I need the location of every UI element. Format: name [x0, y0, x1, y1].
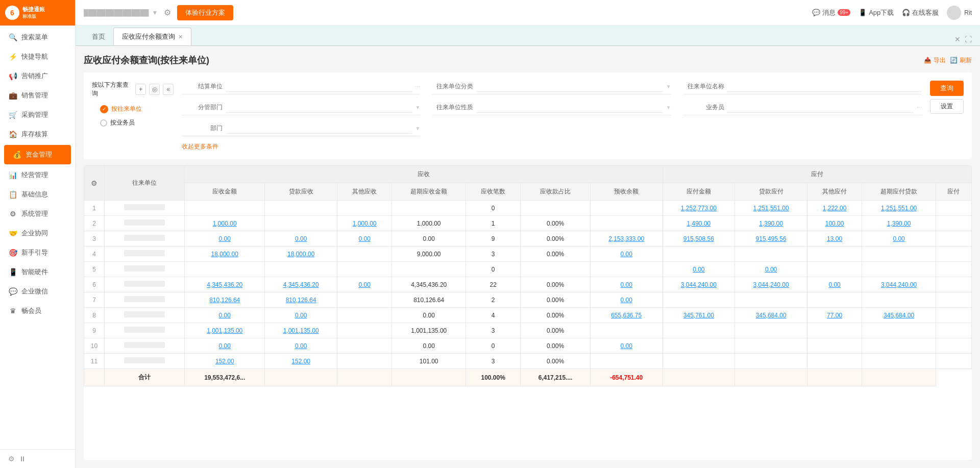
- cell-link[interactable]: 810,126.64: [286, 297, 316, 304]
- table-settings-header[interactable]: ⚙: [84, 166, 105, 201]
- sidebar-item-经营管理[interactable]: 📊经营管理: [0, 165, 75, 185]
- cell-link[interactable]: 1,251,551.00: [753, 205, 789, 212]
- tab-close-window-icon[interactable]: ✕: [954, 35, 961, 43]
- cell-link[interactable]: 1,222.00: [823, 205, 847, 212]
- cell-link[interactable]: 3,044,240.00: [681, 281, 717, 288]
- dropdown-icon[interactable]: ▼: [415, 105, 420, 110]
- dropdown-icon[interactable]: ▼: [666, 105, 671, 110]
- cell-link[interactable]: 4,345,436.20: [207, 281, 242, 288]
- cell-link[interactable]: 4,345,436.20: [283, 281, 319, 288]
- sidebar-item-新手引导[interactable]: 🎯新手引导: [0, 243, 75, 262]
- cell-link[interactable]: 1,490.00: [687, 220, 711, 227]
- cell-link[interactable]: 1,001,135.00: [207, 327, 242, 334]
- cell-link[interactable]: 0.00: [359, 235, 371, 242]
- field-value[interactable]: [727, 102, 914, 113]
- cell-link[interactable]: 1,000.00: [213, 220, 237, 227]
- sidebar-item-资金管理[interactable]: 💰资金管理: [4, 145, 71, 164]
- cell-link[interactable]: 0.00: [693, 266, 704, 273]
- cell-link[interactable]: 3,044,240.00: [753, 281, 789, 288]
- field-value[interactable]: [727, 81, 922, 92]
- export-button[interactable]: 📤 导出: [924, 56, 946, 65]
- cell-link[interactable]: 18,000.00: [287, 251, 314, 258]
- dropdown-icon[interactable]: ▼: [666, 84, 671, 89]
- field-value[interactable]: [226, 102, 412, 113]
- cell-link[interactable]: 0.00: [219, 312, 231, 319]
- collapse-sidebar-icon[interactable]: ⏸: [19, 455, 26, 463]
- cell-link[interactable]: 1,000.00: [353, 220, 377, 227]
- cell-link[interactable]: 0.00: [765, 266, 777, 273]
- settings-icon[interactable]: ⚙: [164, 8, 171, 17]
- sidebar-item-销售管理[interactable]: 💼销售管理: [0, 86, 75, 105]
- scheme-settings-button[interactable]: ◎: [149, 84, 160, 95]
- table-gear-icon[interactable]: ⚙: [91, 179, 97, 187]
- field-value[interactable]: [226, 81, 412, 92]
- cell-link[interactable]: 0.00: [621, 297, 632, 304]
- cell-link[interactable]: 0.00: [359, 281, 371, 288]
- cell-link[interactable]: 0.00: [621, 281, 632, 288]
- cell-link[interactable]: 1,251,551.00: [881, 205, 917, 212]
- cell-link[interactable]: 0.00: [621, 251, 632, 258]
- cell-link[interactable]: 152.00: [215, 358, 234, 365]
- cell-link[interactable]: 1,390.00: [887, 220, 911, 227]
- dots-icon[interactable]: ···: [415, 83, 420, 90]
- cell-link[interactable]: 0.00: [219, 342, 231, 350]
- cell-link[interactable]: 0.00: [893, 235, 904, 242]
- solution-button[interactable]: 体验行业方案: [177, 5, 233, 20]
- field-value[interactable]: [476, 102, 663, 113]
- sidebar-item-快捷导航[interactable]: ⚡快捷导航: [0, 47, 75, 66]
- sidebar-item-企业协同[interactable]: 🤝企业协同: [0, 224, 75, 243]
- dropdown-icon[interactable]: ▼: [415, 126, 420, 131]
- cell-link[interactable]: 0.00: [219, 235, 231, 242]
- cell-link[interactable]: 2,153,333.00: [608, 235, 644, 242]
- cell-link[interactable]: 100.00: [825, 220, 844, 227]
- cell-link[interactable]: 345,684.00: [756, 312, 787, 319]
- query-button[interactable]: 查询: [930, 81, 964, 96]
- cell-link[interactable]: 3,044,240.00: [881, 281, 917, 288]
- sidebar-item-搜索菜单[interactable]: 🔍搜索菜单: [0, 28, 75, 47]
- tab-home[interactable]: 首页: [84, 28, 113, 45]
- cell-link[interactable]: 915,495.56: [756, 235, 787, 242]
- scheme-by-salesperson[interactable]: 按业务员: [100, 117, 174, 129]
- sidebar-item-基础信息[interactable]: 📋基础信息: [0, 185, 75, 204]
- cell-link[interactable]: 152.00: [291, 358, 310, 365]
- cell-link[interactable]: 915,508.56: [683, 235, 714, 242]
- sidebar-item-采购管理[interactable]: 🛒采购管理: [0, 105, 75, 125]
- scheme-collapse-button[interactable]: «: [163, 84, 174, 95]
- collapse-button[interactable]: 收起更多条件: [182, 142, 922, 151]
- tab-maximize-icon[interactable]: ⛶: [965, 35, 972, 43]
- add-scheme-button[interactable]: +: [135, 84, 146, 95]
- field-value[interactable]: [476, 81, 663, 92]
- sidebar-item-系统管理[interactable]: ⚙系统管理: [0, 204, 75, 224]
- tab-close-icon[interactable]: ✕: [178, 34, 183, 40]
- cell-link[interactable]: 77.00: [827, 312, 842, 319]
- sidebar-item-库存核算[interactable]: 🏠库存核算: [0, 125, 75, 144]
- field-value[interactable]: [226, 122, 412, 134]
- cell-link[interactable]: 0.00: [828, 281, 840, 288]
- cell-link[interactable]: 655,636.75: [611, 312, 642, 319]
- dots-icon[interactable]: ···: [917, 104, 922, 111]
- cell-link[interactable]: 345,684.00: [884, 312, 914, 319]
- cell-link[interactable]: 1,252,773.00: [681, 205, 717, 212]
- cell-link[interactable]: 13.00: [827, 235, 842, 242]
- cell-link[interactable]: 0.00: [295, 235, 307, 242]
- cell-link[interactable]: 345,761.00: [683, 312, 714, 319]
- sidebar-item-畅会员[interactable]: ♛畅会员: [0, 301, 75, 321]
- cell-link[interactable]: 0.00: [295, 342, 307, 350]
- tab-balance-query[interactable]: 应收应付余额查询 ✕: [113, 28, 191, 45]
- message-button[interactable]: 💬 消息 99+: [812, 8, 850, 17]
- settings-footer-icon[interactable]: ⚙: [8, 455, 15, 463]
- sidebar-item-营销推广[interactable]: 📢营销推广: [0, 66, 75, 86]
- cell-link[interactable]: 18,000.00: [211, 251, 238, 258]
- cell-link[interactable]: 0.00: [295, 312, 307, 319]
- cell-link[interactable]: 810,126.64: [209, 297, 240, 304]
- cell-link[interactable]: 1,390.00: [759, 220, 783, 227]
- download-button[interactable]: 📱 App下载: [859, 8, 894, 17]
- sidebar-item-企业微信[interactable]: 💬企业微信: [0, 282, 75, 301]
- setting-button[interactable]: 设置: [930, 99, 964, 114]
- scheme-by-partner[interactable]: ✓ 按往来单位: [100, 103, 174, 115]
- refresh-button[interactable]: 🔄 刷新: [950, 56, 972, 65]
- cell-link[interactable]: 0.00: [621, 342, 632, 350]
- sidebar-item-智能硬件[interactable]: 📱智能硬件: [0, 262, 75, 282]
- service-button[interactable]: 🎧 在线客服: [902, 8, 939, 17]
- cell-link[interactable]: 1,001,135.00: [283, 327, 319, 334]
